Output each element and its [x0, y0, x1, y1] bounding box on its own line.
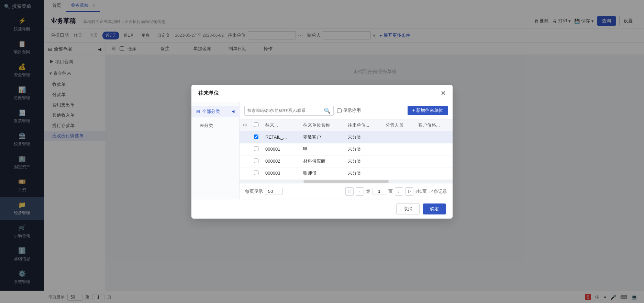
col-code: 往来... — [262, 119, 300, 131]
confirm-button[interactable]: 确定 — [423, 203, 446, 214]
row-price — [415, 155, 453, 167]
table-row[interactable]: 000002 材料供应商 未分类 — [240, 155, 453, 167]
sidebar-divider — [196, 119, 234, 119]
row-code: 000001 — [262, 143, 300, 155]
modal-content: 🔍 显示停用 + 新增往来单位 ⚙ — [240, 102, 453, 199]
row-name: 零散客户 — [300, 131, 344, 143]
row-category: 未分类 — [344, 131, 382, 143]
per-page-select: 每页显示 50 100 — [245, 188, 283, 195]
row-manager — [382, 143, 415, 155]
modal-sidebar: ⊞ 全部分类 ◀ 未分类 — [191, 102, 240, 199]
last-page-btn[interactable]: ⟩⟩ — [405, 187, 413, 196]
row-manager — [382, 167, 415, 179]
partner-search-input[interactable] — [247, 108, 322, 113]
add-partner-button[interactable]: + 新增往来单位 — [408, 106, 448, 115]
row-price — [415, 143, 453, 155]
modal-header: 往来单位 ✕ — [191, 85, 453, 102]
cancel-button[interactable]: 取消 — [396, 203, 420, 214]
table-scrollbar[interactable] — [240, 180, 453, 183]
row-name: 材料供应商 — [300, 155, 344, 167]
first-page-btn[interactable]: ⟨⟨ — [345, 187, 354, 196]
col-check-all[interactable] — [251, 119, 262, 131]
row-price — [415, 167, 453, 179]
table-row[interactable]: 000001 甲 未分类 — [240, 143, 453, 155]
col-category: 往来单位... — [344, 119, 382, 131]
page-word: 第 — [366, 188, 370, 195]
modal-search-box: 🔍 — [244, 106, 334, 116]
table-header-row: ⚙ 往来... 往来单位名称 往来单位... 分管人员 客户价格... — [240, 119, 453, 131]
row-code: RETAIL_... — [262, 131, 300, 143]
show-disabled-label[interactable]: 显示停用 — [337, 107, 361, 114]
row-check[interactable] — [251, 167, 262, 179]
modal-overlay: 往来单位 ✕ ⊞ 全部分类 ◀ 未分类 🔍 — [0, 0, 644, 303]
col-price: 客户价格... — [415, 119, 453, 131]
modal-footer: 每页显示 50 100 ⟨⟨ ‹ 第 页 › ⟩⟩ 共 — [240, 184, 453, 199]
total-records: 共1页，4条记录 — [415, 188, 447, 195]
row-manager — [382, 131, 415, 143]
col-settings[interactable]: ⚙ — [240, 119, 251, 131]
modal-sidebar-collapse-btn[interactable]: ◀ — [232, 109, 234, 114]
row-icon — [240, 167, 251, 179]
table-row[interactable]: RETAIL_... 零散客户 未分类 — [240, 131, 453, 143]
table-row[interactable]: 000003 张师傅 未分类 — [240, 167, 453, 179]
next-page-btn[interactable]: › — [395, 187, 403, 196]
row-category: 未分类 — [344, 143, 382, 155]
select-all-modal[interactable] — [254, 123, 258, 127]
modal-table: ⚙ 往来... 往来单位名称 往来单位... 分管人员 客户价格... — [240, 119, 453, 179]
row-icon — [240, 131, 251, 143]
scrollbar-thumb[interactable] — [303, 180, 389, 183]
page-number-input[interactable] — [373, 188, 386, 195]
row-category: 未分类 — [344, 167, 382, 179]
row-category: 未分类 — [344, 155, 382, 167]
pagination-controls: ⟨⟨ ‹ 第 页 › ⟩⟩ 共1页，4条记录 — [345, 187, 447, 196]
row-name: 甲 — [300, 143, 344, 155]
show-disabled-checkbox[interactable] — [337, 108, 342, 113]
row-check[interactable] — [251, 131, 262, 143]
prev-page-btn[interactable]: ‹ — [356, 187, 364, 196]
row-check[interactable] — [251, 155, 262, 167]
per-page-dropdown[interactable]: 50 100 — [265, 188, 283, 195]
grid-icon: ⊞ — [196, 109, 200, 114]
modal-toolbar: 🔍 显示停用 + 新增往来单位 — [240, 102, 453, 119]
row-name: 张师傅 — [300, 167, 344, 179]
modal-sidebar-unclassified[interactable]: 未分类 — [191, 120, 239, 131]
page-suffix: 页 — [388, 188, 393, 195]
col-name: 往来单位名称 — [300, 119, 344, 131]
row-price — [415, 131, 453, 143]
row-code: 000002 — [262, 155, 300, 167]
modal-body: ⊞ 全部分类 ◀ 未分类 🔍 显示停用 — [191, 102, 453, 199]
modal-title: 往来单位 — [198, 90, 219, 96]
row-check[interactable] — [251, 143, 262, 155]
row-code: 000003 — [262, 167, 300, 179]
modal-close-button[interactable]: ✕ — [441, 90, 446, 97]
modal-sidebar-all[interactable]: ⊞ 全部分类 ◀ — [191, 106, 239, 117]
modal-actions: 取消 确定 — [191, 199, 453, 219]
row-icon — [240, 155, 251, 167]
row-manager — [382, 155, 415, 167]
partner-modal: 往来单位 ✕ ⊞ 全部分类 ◀ 未分类 🔍 — [191, 85, 453, 219]
search-icon: 🔍 — [324, 107, 331, 114]
row-icon — [240, 143, 251, 155]
col-manager: 分管人员 — [382, 119, 415, 131]
